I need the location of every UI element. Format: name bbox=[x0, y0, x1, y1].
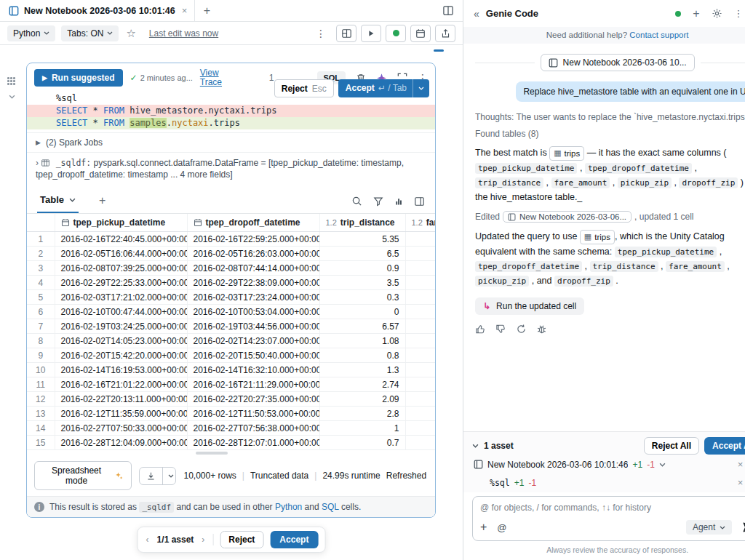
scrollbar-thumb[interactable] bbox=[196, 452, 228, 455]
panel-menu-icon[interactable]: ⋮ bbox=[734, 8, 744, 19]
table-cell[interactable]: 2016-02-27T07:56:38.000+00:00 bbox=[187, 421, 319, 436]
split-view-icon[interactable] bbox=[442, 5, 454, 16]
table-cell[interactable]: 2016-02-03T17:21:02.000+00:00 bbox=[55, 290, 187, 305]
table-cell[interactable]: 1 bbox=[319, 421, 405, 436]
table-cell[interactable] bbox=[405, 348, 435, 363]
table-cell[interactable]: 2016-02-05T16:26:03.000+00:00 bbox=[187, 247, 319, 261]
accept-button[interactable]: Accept bbox=[270, 531, 318, 548]
column-profile-icon[interactable] bbox=[394, 196, 403, 207]
table-cell[interactable] bbox=[405, 334, 435, 348]
table-cell[interactable]: 2016-02-02T14:05:23.000+00:00 bbox=[55, 334, 187, 348]
column-header[interactable]: 1.2fare_amount bbox=[405, 214, 435, 232]
table-cell[interactable]: 2016-02-03T17:23:24.000+00:00 bbox=[187, 290, 319, 305]
table-cell[interactable] bbox=[405, 377, 435, 392]
table-cell[interactable]: 2016-02-12T11:35:59.000+00:00 bbox=[55, 407, 187, 421]
schedule-button[interactable] bbox=[410, 25, 431, 42]
reject-all-button[interactable]: Reject All bbox=[644, 437, 699, 455]
table-row[interactable]: 132016-02-12T11:35:59.000+00:002016-02-1… bbox=[27, 407, 435, 421]
filter-icon[interactable] bbox=[373, 196, 383, 207]
download-button[interactable] bbox=[139, 467, 176, 485]
reject-diff-button[interactable]: Reject Esc bbox=[274, 79, 334, 97]
table-cell[interactable]: 9 bbox=[27, 348, 55, 363]
layout-grid-button[interactable] bbox=[336, 25, 356, 42]
table-cell[interactable]: 8 bbox=[27, 334, 55, 348]
tab-table[interactable]: Table bbox=[37, 188, 79, 213]
table-cell[interactable]: 2016-02-29T22:25:33.000+00:00 bbox=[55, 276, 187, 290]
column-header[interactable]: tpep_pickup_datetime bbox=[55, 214, 187, 232]
table-cell[interactable] bbox=[405, 436, 435, 450]
table-cell[interactable]: 2016-02-22T20:27:35.000+00:00 bbox=[187, 392, 319, 407]
table-cell[interactable]: 2.74 bbox=[319, 377, 405, 392]
table-cell[interactable]: 2016-02-10T00:53:04.000+00:00 bbox=[187, 305, 319, 319]
chevron-down-icon[interactable] bbox=[659, 463, 666, 467]
table-cell[interactable]: 2016-02-02T14:23:07.000+00:00 bbox=[187, 334, 319, 348]
table-row[interactable]: 82016-02-02T14:05:23.000+00:002016-02-02… bbox=[27, 334, 435, 348]
spreadsheet-mode-button[interactable]: Spreadsheet mode bbox=[34, 461, 132, 490]
table-cell[interactable]: 2016-02-10T00:47:44.000+00:00 bbox=[55, 305, 187, 319]
table-row[interactable]: 62016-02-10T00:47:44.000+00:002016-02-10… bbox=[27, 305, 435, 319]
table-cell[interactable]: 2016-02-14T16:19:53.000+00:00 bbox=[55, 363, 187, 377]
table-cell[interactable]: 6.5 bbox=[319, 247, 405, 261]
side-panel-icon[interactable] bbox=[414, 196, 425, 207]
table-row[interactable]: 122016-02-22T20:13:11.000+00:002016-02-2… bbox=[27, 392, 435, 407]
table-row[interactable]: 72016-02-19T03:24:25.000+00:002016-02-19… bbox=[27, 319, 435, 334]
overflow-menu-icon[interactable]: ⋮ bbox=[310, 28, 332, 39]
table-cell[interactable]: 2016-02-28T12:04:09.000+00:00 bbox=[55, 436, 187, 450]
table-cell[interactable] bbox=[405, 363, 435, 377]
table-cell[interactable]: 5.35 bbox=[319, 232, 405, 247]
mention-at-icon[interactable]: @ bbox=[497, 522, 506, 533]
tabs-toggle[interactable]: Tabs: ON bbox=[61, 25, 119, 41]
last-edit-status[interactable]: Last edit was now bbox=[149, 28, 218, 39]
gear-icon[interactable] bbox=[712, 8, 722, 19]
reject-asset-icon[interactable]: × bbox=[738, 459, 744, 470]
next-asset-icon[interactable]: › bbox=[200, 535, 206, 545]
tab-close-icon[interactable]: × bbox=[182, 5, 188, 16]
table-cell[interactable]: 3 bbox=[27, 261, 55, 276]
code-editor[interactable]: Reject Esc Accept ↵ / Tab bbox=[27, 90, 435, 132]
drag-handle-icon[interactable] bbox=[7, 77, 16, 86]
favorite-star-icon[interactable]: ☆ bbox=[126, 27, 135, 40]
table-cell[interactable]: 2016-02-28T12:07:01.000+00:00 bbox=[187, 436, 319, 450]
table-cell[interactable]: 14 bbox=[27, 421, 55, 436]
table-cell[interactable]: 2016-02-05T16:06:44.000+00:00 bbox=[55, 247, 187, 261]
table-cell[interactable]: 1.08 bbox=[319, 334, 405, 348]
table-cell[interactable]: 2016-02-16T21:11:29.000+00:00 bbox=[187, 377, 319, 392]
table-cell[interactable]: 5 bbox=[27, 290, 55, 305]
table-cell[interactable] bbox=[405, 232, 435, 247]
agent-mode-selector[interactable]: Agent bbox=[686, 520, 732, 535]
table-cell[interactable]: 2016-02-16T21:01:22.000+00:00 bbox=[55, 377, 187, 392]
asset-row-notebook[interactable]: New Notebook 2026-03-06 10:01:46 +1 -1 ×… bbox=[472, 455, 745, 473]
collapse-panel-icon[interactable]: « bbox=[474, 8, 479, 20]
language-selector[interactable]: Python bbox=[7, 25, 55, 41]
table-row[interactable]: 92016-02-20T15:42:20.000+00:002016-02-20… bbox=[27, 348, 435, 363]
chat-input-box[interactable]: + @ Agent bbox=[472, 496, 745, 541]
bug-report-icon[interactable] bbox=[536, 324, 547, 335]
table-cell[interactable]: 2016-02-12T11:50:53.000+00:00 bbox=[187, 407, 319, 421]
thumbs-down-icon[interactable] bbox=[495, 324, 506, 335]
regenerate-icon[interactable] bbox=[516, 324, 527, 335]
spark-jobs-toggle[interactable]: ▶ (2) Spark Jobs bbox=[27, 132, 435, 152]
table-cell[interactable] bbox=[405, 261, 435, 276]
table-cell[interactable]: 0 bbox=[319, 305, 405, 319]
notebook-cell[interactable]: ▶ Run suggested ✓ 2 minutes ag... View T… bbox=[26, 63, 436, 518]
notebook-tab[interactable]: New Notebook 2026-03-06 10:01:46 × bbox=[0, 0, 195, 21]
table-cell[interactable]: 2016-02-22T20:13:11.000+00:00 bbox=[55, 392, 187, 407]
table-cell[interactable]: 3.5 bbox=[319, 276, 405, 290]
table-cell[interactable]: 6 bbox=[27, 305, 55, 319]
horizontal-scrollbar[interactable] bbox=[27, 452, 435, 455]
table-cell[interactable] bbox=[405, 319, 435, 334]
table-cell[interactable] bbox=[405, 290, 435, 305]
table-row[interactable]: 152016-02-28T12:04:09.000+00:002016-02-2… bbox=[27, 436, 435, 450]
attach-plus-icon[interactable]: + bbox=[480, 521, 487, 534]
cluster-status-button[interactable] bbox=[386, 25, 406, 42]
table-cell[interactable]: 2016-02-19T03:44:56.000+00:00 bbox=[187, 319, 319, 334]
table-cell[interactable]: 10 bbox=[27, 363, 55, 377]
table-cell[interactable]: 2016-02-20T15:50:40.000+00:00 bbox=[187, 348, 319, 363]
table-cell[interactable]: 2016-02-16T22:40:45.000+00:00 bbox=[55, 232, 187, 247]
table-cell[interactable] bbox=[405, 305, 435, 319]
column-header[interactable]: 1.2trip_distance bbox=[319, 214, 405, 232]
table-row[interactable]: 22016-02-05T16:06:44.000+00:002016-02-05… bbox=[27, 247, 435, 261]
reject-cell-icon[interactable]: × bbox=[738, 477, 744, 488]
table-cell[interactable]: 0.3 bbox=[319, 290, 405, 305]
table-cell[interactable]: 7 bbox=[27, 319, 55, 334]
